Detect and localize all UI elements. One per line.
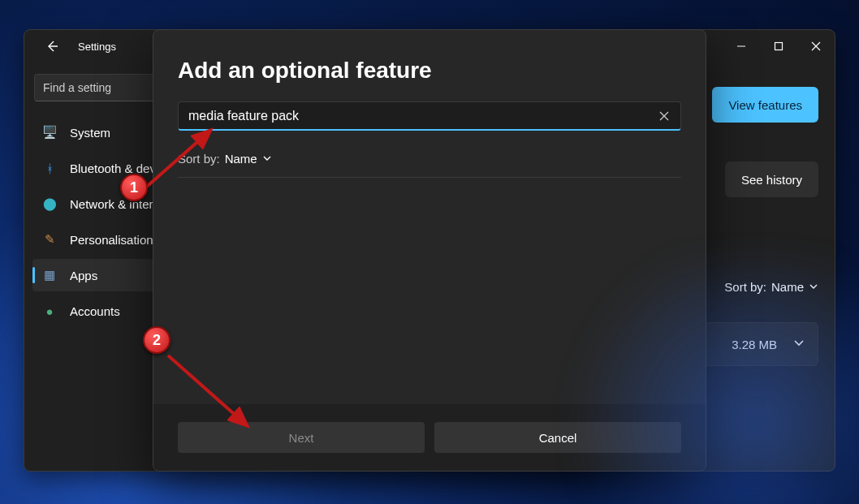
dialog-sortby[interactable]: Sort by: Name [178, 152, 681, 166]
dialog-title: Add an optional feature [178, 58, 681, 84]
chevron-down-icon [809, 280, 818, 294]
chevron-down-icon [793, 338, 805, 351]
feature-search-field[interactable] [178, 101, 681, 131]
chevron-down-icon [262, 152, 272, 166]
feature-row[interactable]: 3.28 MB [688, 322, 818, 366]
results-area [178, 178, 681, 404]
add-optional-feature-dialog: Add an optional feature Sort by: Name Ne… [153, 29, 706, 472]
clear-search-icon[interactable] [653, 102, 676, 129]
content-sortby[interactable]: Sort by: Name [724, 280, 818, 294]
feature-size: 3.28 MB [732, 338, 777, 351]
next-button[interactable]: Next [178, 422, 425, 453]
modal-overlay: Add an optional feature Sort by: Name Ne… [0, 0, 859, 504]
dialog-footer: Next Cancel [153, 404, 706, 471]
cancel-button[interactable]: Cancel [434, 422, 681, 453]
annotation-callout-1: 1 [120, 174, 148, 201]
feature-search-input[interactable] [188, 109, 653, 123]
annotation-callout-2: 2 [143, 326, 171, 354]
